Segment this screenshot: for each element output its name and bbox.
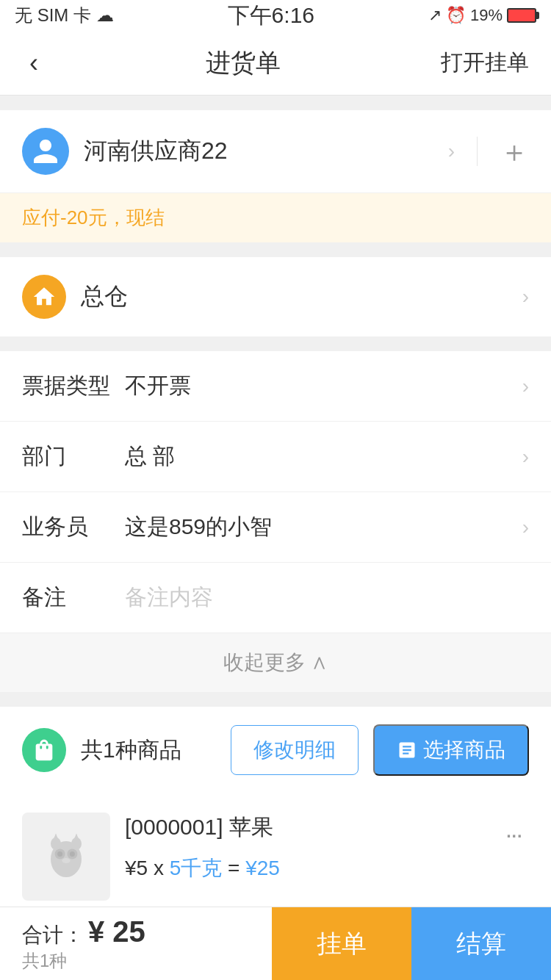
multiply-sign: x [154,857,170,879]
svg-point-5 [62,858,70,863]
total-label: 合计： [22,921,84,949]
total-count: 共1种 [22,949,250,973]
product-count: 共1种商品 [81,735,216,765]
supplier-row[interactable]: 河南供应商22 › ＋ [0,110,551,193]
more-options-button[interactable]: ··· [498,813,529,856]
bottom-bar: 合计： ¥ 25 共1种 挂单 结算 [0,907,551,980]
alarm-icon: ⏰ [446,6,466,25]
supplier-arrow-icon: › [448,140,455,163]
product-id: [0000001] [125,815,223,839]
divider [477,137,478,166]
product-section: 共1种商品 修改明细 选择商品 [0,707,551,918]
warehouse-row[interactable]: 总仓 › [0,257,551,336]
salesperson-row[interactable]: 业务员 这是859的小智 › [0,492,551,563]
status-left: 无 SIM 卡 ☁ [15,4,114,27]
select-product-label: 选择商品 [423,736,505,764]
equals-sign: = [228,857,245,879]
battery-percent: 19% [470,6,503,25]
settle-label: 结算 [456,927,506,961]
svg-marker-9 [54,834,58,839]
total-section: 合计： ¥ 25 共1种 [0,915,272,973]
department-arrow-icon: › [522,445,529,469]
supplier-name: 河南供应商22 [84,135,448,167]
total-amount: 合计： ¥ 25 [22,915,250,949]
location-icon: ↗ [428,6,442,25]
supplier-section: 河南供应商22 › ＋ 应付-20元，现结 [0,110,551,242]
notice-text: 应付-20元，现结 [22,206,165,228]
department-row[interactable]: 部门 总 部 › [0,422,551,492]
item-total: ¥25 [245,857,280,879]
hang-label: 挂单 [317,927,367,961]
open-hang-button[interactable]: 打开挂单 [441,48,529,78]
warehouse-icon [22,275,66,319]
form-section: 票据类型 不开票 › 部门 总 部 › 业务员 这是859的小智 › 备注 备注… [0,351,551,633]
invoice-label: 票据类型 [22,371,125,401]
remark-row[interactable]: 备注 备注内容 [0,563,551,633]
svg-point-7 [51,837,61,850]
product-icon [22,728,66,772]
salesperson-value: 这是859的小智 [125,512,522,542]
remark-value[interactable]: 备注内容 [125,583,529,613]
page-title: 进货单 [206,46,281,80]
product-price: ¥5 x 5千克 = ¥25 [125,854,483,882]
product-name: [0000001] 苹果 [125,813,483,843]
total-value: ¥ 25 [88,915,145,948]
nav-bar: ‹ 进货单 打开挂单 [0,31,551,96]
status-time: 下午6:16 [228,1,314,31]
warehouse-name: 总仓 [81,281,522,313]
warehouse-section: 总仓 › [0,257,551,336]
department-label: 部门 [22,442,125,472]
back-button[interactable]: ‹ [22,40,46,86]
select-product-icon [397,740,417,760]
product-thumbnail [22,813,110,901]
svg-point-8 [71,837,82,850]
svg-marker-10 [74,834,79,839]
battery-icon [507,8,536,23]
warehouse-arrow-icon: › [522,285,529,309]
section-gap-3 [0,336,551,351]
invoice-arrow-icon: › [522,375,529,398]
supplier-avatar [22,128,69,175]
quantity: 5千克 [170,857,223,879]
settle-button[interactable]: 结算 [411,907,551,981]
section-gap-2 [0,242,551,257]
product-title: 苹果 [229,815,273,839]
remark-label: 备注 [22,583,125,613]
svg-point-3 [57,851,62,857]
edit-detail-button[interactable]: 修改明细 [231,725,359,775]
status-right: ↗ ⏰ 19% [428,6,536,25]
section-gap-4 [0,692,551,707]
section-gap-1 [0,96,551,110]
status-bar: 无 SIM 卡 ☁ 下午6:16 ↗ ⏰ 19% [0,0,551,31]
product-owl-icon [40,831,92,882]
sim-label: 无 SIM 卡 ☁ [15,4,114,27]
select-product-button[interactable]: 选择商品 [373,724,529,776]
unit-price: ¥5 [125,857,148,879]
department-value: 总 部 [125,442,522,472]
product-header: 共1种商品 修改明细 选择商品 [0,707,551,793]
salesperson-arrow-icon: › [522,516,529,539]
collapse-label: 收起更多 ∧ [223,649,328,677]
product-info: [0000001] 苹果 ¥5 x 5千克 = ¥25 [125,813,483,882]
product-item: [0000001] 苹果 ¥5 x 5千克 = ¥25 ··· [0,795,551,918]
add-supplier-button[interactable]: ＋ [500,131,529,172]
salesperson-label: 业务员 [22,512,125,542]
collapse-bar[interactable]: 收起更多 ∧ [0,633,551,692]
person-icon [31,137,60,166]
invoice-value: 不开票 [125,371,522,401]
shopping-bag-icon [32,738,57,763]
svg-point-4 [70,851,75,857]
hang-button[interactable]: 挂单 [272,907,411,981]
invoice-row[interactable]: 票据类型 不开票 › [0,351,551,422]
home-icon [32,284,57,309]
notice-bar: 应付-20元，现结 [0,193,551,242]
